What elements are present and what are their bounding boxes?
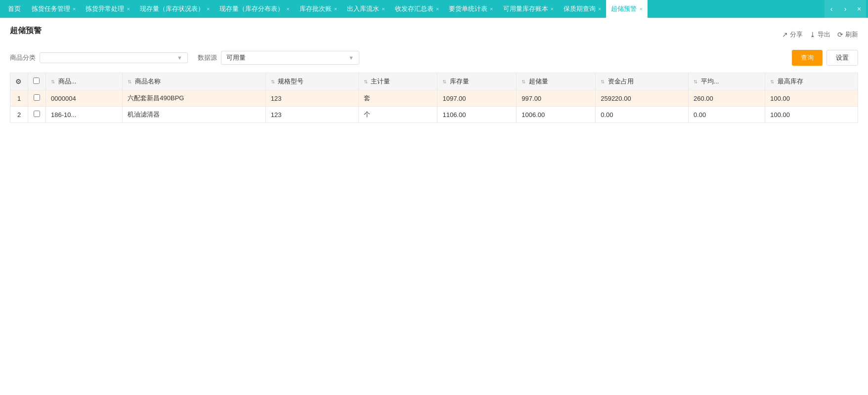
table-header: ⚙ ⇅ 商品... ⇅ 商品名称 ⇅ 规格型号 ⇅: [10, 73, 858, 90]
col-unit[interactable]: ⇅ 主计量: [358, 73, 437, 90]
row-stock-qty-1: 1106.00: [437, 107, 517, 123]
row-product-name-1: 机油滤清器: [123, 107, 266, 123]
row-spec-0: 123: [265, 90, 358, 107]
share-action[interactable]: ↗ 分享: [782, 30, 803, 39]
row-unit-0: 套: [358, 90, 437, 107]
row-product-code-0: 0000004: [46, 90, 123, 107]
row-spec-1: 123: [265, 107, 358, 123]
gear-icon: ⚙: [15, 78, 22, 85]
export-action[interactable]: ⤓ 导出: [810, 30, 830, 39]
datasource-select-value: 可用量: [226, 53, 246, 62]
nav-tab-label-0: 拣货任务管理: [32, 4, 70, 13]
nav-tab-label-6: 收发存汇总表: [395, 4, 434, 13]
col-product-code[interactable]: ⇅ 商品...: [46, 73, 123, 90]
refresh-icon: ⟳: [837, 31, 843, 39]
row-overstock-qty-0: 997.00: [517, 90, 596, 107]
sort-icon-product-name: ⇅: [128, 79, 131, 84]
sort-icon-unit: ⇅: [364, 79, 368, 84]
sort-icon-spec: ⇅: [271, 79, 275, 84]
nav-tab-4[interactable]: 库存批次账×: [295, 0, 342, 18]
sort-icon-capital-used: ⇅: [601, 79, 605, 84]
nav-tab-6[interactable]: 收发存汇总表×: [390, 0, 444, 18]
row-checkbox-cell-0[interactable]: [28, 90, 46, 107]
nav-tab-label-1: 拣货异常处理: [86, 4, 124, 13]
nav-tab-close-9[interactable]: ×: [598, 6, 601, 12]
col-overstock-qty[interactable]: ⇅ 超储量: [517, 73, 596, 90]
select-all-checkbox[interactable]: [33, 78, 40, 84]
row-unit-1: 个: [358, 107, 437, 123]
refresh-label: 刷新: [845, 30, 858, 39]
nav-tab-label-3: 现存量（库存分布表）: [219, 4, 284, 13]
col-checkbox-header[interactable]: [28, 73, 46, 90]
top-navigation: 首页 拣货任务管理×拣货异常处理×现存量（库存状况表）×现存量（库存分布表）×库…: [0, 0, 868, 18]
category-filter-group: 商品分类 ▼: [10, 52, 188, 63]
nav-tab-label-7: 要货单统计表: [449, 4, 487, 13]
filter-buttons: 查询 设置: [792, 50, 858, 66]
page-content: 超储预警 ↗ 分享 ⤓ 导出 ⟳ 刷新 商品分类 ▼ 数据源: [0, 18, 868, 131]
row-max-stock-1: 100.00: [765, 107, 858, 123]
nav-tab-9[interactable]: 保质期查询×: [559, 0, 606, 18]
nav-tab-close-10[interactable]: ×: [639, 6, 642, 12]
refresh-action[interactable]: ⟳ 刷新: [837, 30, 858, 39]
nav-tab-label-4: 库存批次账: [300, 4, 332, 13]
row-capital-used-1: 0.00: [596, 107, 689, 123]
row-overstock-qty-1: 1006.00: [517, 107, 596, 123]
nav-tab-close-0[interactable]: ×: [73, 6, 76, 12]
category-chevron-icon: ▼: [177, 55, 182, 61]
nav-tab-3[interactable]: 现存量（库存分布表）×: [215, 0, 294, 18]
col-capital-used[interactable]: ⇅ 资金占用: [596, 73, 689, 90]
category-label: 商品分类: [10, 53, 36, 62]
nav-home[interactable]: 首页: [2, 4, 27, 13]
col-max-stock[interactable]: ⇅ 最高库存: [765, 73, 858, 90]
nav-tab-10[interactable]: 超储预警×: [606, 0, 647, 18]
nav-tab-label-10: 超储预警: [611, 4, 637, 13]
nav-tab-8[interactable]: 可用量库存账本×: [498, 0, 559, 18]
nav-prev-button[interactable]: ‹: [825, 0, 838, 18]
sort-icon-overstock-qty: ⇅: [521, 79, 525, 84]
export-icon: ⤓: [810, 31, 816, 39]
row-num-1: 2: [10, 107, 28, 123]
nav-tab-5[interactable]: 出入库流水×: [342, 0, 390, 18]
sort-icon-stock-qty: ⇅: [442, 79, 446, 84]
nav-tab-label-9: 保质期查询: [564, 4, 596, 13]
nav-tab-close-7[interactable]: ×: [490, 6, 493, 12]
data-table: ⚙ ⇅ 商品... ⇅ 商品名称 ⇅ 规格型号 ⇅: [10, 73, 858, 123]
nav-tab-7[interactable]: 要货单统计表×: [444, 0, 498, 18]
row-checkbox-0[interactable]: [34, 94, 40, 101]
category-select[interactable]: ▼: [40, 52, 188, 63]
nav-more-button[interactable]: ×: [852, 0, 866, 18]
nav-tab-1[interactable]: 拣货异常处理×: [81, 0, 134, 18]
col-settings[interactable]: ⚙: [10, 73, 28, 90]
nav-tab-close-3[interactable]: ×: [286, 6, 289, 12]
nav-tab-0[interactable]: 拣货任务管理×: [27, 0, 81, 18]
col-spec[interactable]: ⇅ 规格型号: [265, 73, 358, 90]
row-max-stock-0: 100.00: [765, 90, 858, 107]
row-avg-price-0: 260.00: [688, 90, 765, 107]
nav-tab-close-1[interactable]: ×: [127, 6, 130, 12]
col-product-name[interactable]: ⇅ 商品名称: [123, 73, 266, 90]
page-title: 超储预警: [10, 26, 42, 36]
sort-icon-max-stock: ⇅: [770, 79, 774, 84]
col-stock-qty[interactable]: ⇅ 库存量: [437, 73, 517, 90]
row-avg-price-1: 0.00: [688, 107, 765, 123]
col-avg-price[interactable]: ⇅ 平均...: [688, 73, 765, 90]
query-button[interactable]: 查询: [792, 50, 823, 66]
nav-tab-close-4[interactable]: ×: [334, 6, 337, 12]
nav-tab-close-6[interactable]: ×: [436, 6, 439, 12]
settings-button[interactable]: 设置: [826, 50, 858, 66]
row-checkbox-cell-1[interactable]: [28, 107, 46, 123]
nav-tab-close-8[interactable]: ×: [551, 6, 554, 12]
nav-tab-close-5[interactable]: ×: [382, 6, 385, 12]
row-capital-used-0: 259220.00: [596, 90, 689, 107]
nav-next-button[interactable]: ›: [838, 0, 852, 18]
sort-icon-product-code: ⇅: [51, 79, 55, 84]
datasource-select[interactable]: 可用量 ▼: [221, 51, 359, 65]
row-product-name-0: 六配套新昌490BPG: [123, 90, 266, 107]
nav-tab-label-5: 出入库流水: [347, 4, 379, 13]
nav-tab-close-2[interactable]: ×: [207, 6, 210, 12]
header-actions: ↗ 分享 ⤓ 导出 ⟳ 刷新: [782, 30, 858, 39]
datasource-label: 数据源: [198, 53, 217, 62]
nav-tab-2[interactable]: 现存量（库存状况表）×: [135, 0, 215, 18]
row-checkbox-1[interactable]: [34, 111, 40, 117]
table-row: 2 186-10... 机油滤清器 123 个 1106.00 1006.00 …: [10, 107, 858, 123]
